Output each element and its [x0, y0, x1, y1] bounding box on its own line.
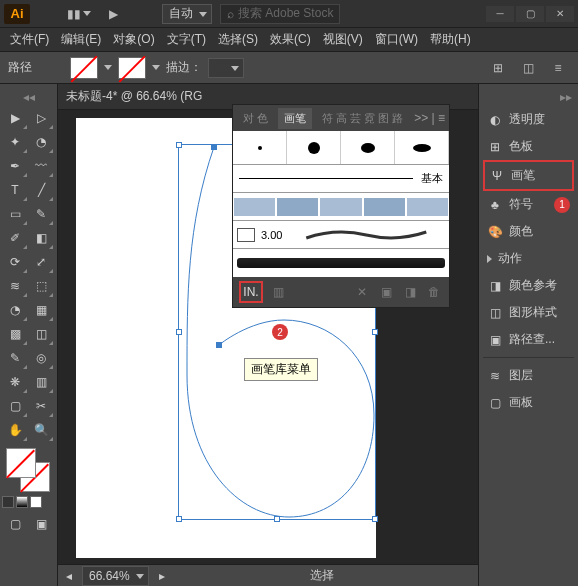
symbols-icon: ♣ — [487, 197, 503, 213]
minimize-button[interactable]: ─ — [486, 6, 514, 22]
free-transform-tool[interactable]: ⬚ — [28, 274, 54, 298]
eraser-tool[interactable]: ◧ — [28, 226, 54, 250]
fill-swatch[interactable] — [70, 57, 98, 79]
panel-brushes[interactable]: Ψ画笔 — [483, 160, 574, 191]
column-graph-tool[interactable]: ▥ — [28, 370, 54, 394]
nav-right-icon[interactable]: ▸ — [159, 569, 165, 583]
fill-stroke-swatches[interactable] — [2, 448, 55, 492]
menu-type[interactable]: 文字(T) — [161, 28, 212, 51]
menu-select[interactable]: 选择(S) — [212, 28, 264, 51]
zoom-dropdown[interactable]: 66.64% — [82, 566, 149, 586]
gradient-mode-icon[interactable] — [16, 496, 28, 508]
tab-brushes[interactable]: 画笔 — [278, 108, 312, 129]
stroke-swatch[interactable] — [118, 57, 146, 79]
panel-graphic-styles[interactable]: ◫图形样式 — [483, 299, 574, 326]
screen-mode-toggle[interactable]: ▣ — [28, 512, 54, 536]
menu-view[interactable]: 视图(V) — [317, 28, 369, 51]
search-input[interactable]: ⌕搜索 Adobe Stock — [220, 4, 340, 24]
selection-tool[interactable]: ▶ — [2, 106, 28, 130]
menu-window[interactable]: 窗口(W) — [369, 28, 424, 51]
delete-brush-icon[interactable]: 🗑 — [425, 284, 443, 300]
options-icon[interactable]: ≡ — [546, 58, 570, 78]
width-tool[interactable]: ≋ — [2, 274, 28, 298]
graphic-styles-icon: ◫ — [487, 305, 503, 321]
calligraphic-brushes-row[interactable] — [233, 131, 449, 165]
panel-swatches[interactable]: ⊞色板 — [483, 133, 574, 160]
panel-layers[interactable]: ≋图层 — [483, 362, 574, 389]
align-icon[interactable]: ⊞ — [486, 58, 510, 78]
color-mode-icon[interactable] — [2, 496, 14, 508]
svg-rect-1 — [216, 342, 222, 348]
tab-inactive-1[interactable]: 对 色 — [237, 108, 274, 129]
charcoal-brush[interactable] — [233, 249, 449, 277]
tab-inactive-2[interactable]: 符 高 芸 霓 图 路 — [316, 108, 409, 129]
none-mode-icon[interactable] — [30, 496, 42, 508]
pen-tool[interactable]: ✒ — [2, 154, 28, 178]
type-tool[interactable]: T — [2, 178, 28, 202]
layout-button-2[interactable]: ▶ — [98, 4, 128, 24]
menu-edit[interactable]: 编辑(E) — [55, 28, 107, 51]
title-bar: Ai ▮▮ ▶ 自动 ⌕搜索 Adobe Stock ─ ▢ ✕ — [0, 0, 578, 28]
lasso-tool[interactable]: ◔ — [28, 130, 54, 154]
paintbrush-tool[interactable]: ✎ — [28, 202, 54, 226]
menu-file[interactable]: 文件(F) — [4, 28, 55, 51]
symbol-sprayer-tool[interactable]: ❋ — [2, 370, 28, 394]
auto-dropdown[interactable]: 自动 — [162, 4, 212, 24]
panel-pathfinder[interactable]: ▣路径查... — [483, 326, 574, 353]
libraries-icon[interactable]: ▥ — [269, 284, 287, 300]
remove-stroke-icon[interactable]: ✕ — [353, 284, 371, 300]
maximize-button[interactable]: ▢ — [516, 6, 544, 22]
artboard-tool[interactable]: ▢ — [2, 394, 28, 418]
panel-color[interactable]: 🎨颜色 — [483, 218, 574, 245]
nav-left-icon[interactable]: ◂ — [66, 569, 72, 583]
options-of-selected-icon[interactable]: ▣ — [377, 284, 395, 300]
stroke-swatch-box — [237, 228, 255, 242]
menu-effect[interactable]: 效果(C) — [264, 28, 317, 51]
status-select-label: 选择 — [310, 567, 334, 584]
fill-dropdown-icon[interactable] — [104, 65, 112, 70]
shaper-tool[interactable]: ✐ — [2, 226, 28, 250]
zoom-tool[interactable]: 🔍 — [28, 418, 54, 442]
brushes-panel-footer: IN. ▥ ✕ ▣ ◨ 🗑 — [233, 277, 449, 307]
tooltip: 画笔库菜单 — [244, 358, 318, 381]
path-label: 路径 — [8, 59, 32, 76]
gradient-tool[interactable]: ◫ — [28, 322, 54, 346]
svg-rect-0 — [211, 145, 217, 150]
badge-2: 2 — [272, 324, 288, 340]
mesh-tool[interactable]: ▩ — [2, 322, 28, 346]
stroke-weight-dropdown[interactable] — [208, 58, 244, 78]
perspective-grid-tool[interactable]: ▦ — [28, 298, 54, 322]
curvature-tool[interactable]: 〰 — [28, 154, 54, 178]
pattern-brush[interactable] — [233, 193, 449, 221]
stroke-dropdown-icon[interactable] — [152, 65, 160, 70]
blend-tool[interactable]: ◎ — [28, 346, 54, 370]
basic-brush[interactable]: 基本 — [233, 165, 449, 193]
panel-actions[interactable]: 动作 — [483, 245, 574, 272]
menu-object[interactable]: 对象(O) — [107, 28, 160, 51]
rotate-tool[interactable]: ⟳ — [2, 250, 28, 274]
hand-tool[interactable]: ✋ — [2, 418, 28, 442]
panel-menu-icon[interactable]: >> | ≡ — [414, 111, 445, 125]
eyedropper-tool[interactable]: ✎ — [2, 346, 28, 370]
line-segment-tool[interactable]: ╱ — [28, 178, 54, 202]
panel-color-guide[interactable]: ◨颜色参考 — [483, 272, 574, 299]
slice-tool[interactable]: ✂ — [28, 394, 54, 418]
swatches-icon: ⊞ — [487, 139, 503, 155]
rectangle-tool[interactable]: ▭ — [2, 202, 28, 226]
magic-wand-tool[interactable]: ✦ — [2, 130, 28, 154]
menu-help[interactable]: 帮助(H) — [424, 28, 477, 51]
scale-tool[interactable]: ⤢ — [28, 250, 54, 274]
brushes-panel: 对 色 画笔 符 高 芸 霓 图 路 >> | ≡ 基本 3.00 IN. ▥ … — [232, 104, 450, 308]
panel-transparency[interactable]: ◐透明度 — [483, 106, 574, 133]
stroke-brush[interactable]: 3.00 — [233, 221, 449, 249]
new-brush-icon[interactable]: ◨ — [401, 284, 419, 300]
screen-mode-normal[interactable]: ▢ — [2, 512, 28, 536]
shape-builder-tool[interactable]: ◔ — [2, 298, 28, 322]
layout-button-1[interactable]: ▮▮ — [64, 4, 94, 24]
brush-library-menu-button[interactable]: IN. — [239, 281, 263, 303]
direct-selection-tool[interactable]: ▷ — [28, 106, 54, 130]
panel-symbols[interactable]: ♣符号1 — [483, 191, 574, 218]
panel-artboards[interactable]: ▢画板 — [483, 389, 574, 416]
transform-icon[interactable]: ◫ — [516, 58, 540, 78]
close-button[interactable]: ✕ — [546, 6, 574, 22]
